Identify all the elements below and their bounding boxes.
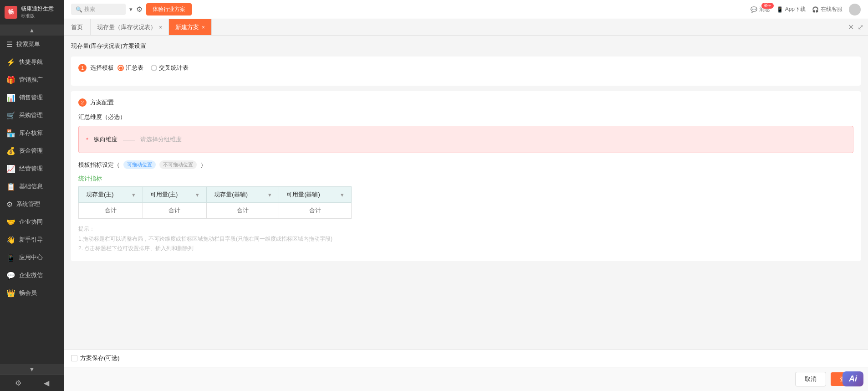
tips-title: 提示： bbox=[78, 224, 853, 234]
message-icon: 💬 bbox=[751, 6, 757, 13]
sidebar-item-4[interactable]: 🛒采购管理 bbox=[0, 107, 64, 124]
content-area: 现存量(库存状况表)方案设置 1 选择模板 汇总表 交叉统计表 bbox=[64, 36, 868, 349]
step2-title: 方案配置 bbox=[90, 98, 114, 107]
sidebar-icon-5: 🏪 bbox=[6, 129, 15, 138]
save-checkbox-box[interactable] bbox=[71, 355, 77, 361]
sidebar-item-11[interactable]: 👋新手引导 bbox=[0, 231, 64, 249]
sidebar-item-5[interactable]: 🏪库存核算 bbox=[0, 124, 64, 142]
search-text: 搜索 bbox=[84, 5, 95, 13]
tabs-bar: 首页 现存量（库存状况表） × 新建方案 × ✕ ⤢ bbox=[64, 19, 868, 36]
app-icon: 📱 bbox=[776, 6, 783, 13]
online-service-button[interactable]: 🎧 在线客服 bbox=[812, 5, 842, 13]
sidebar-icon-7: 📈 bbox=[6, 165, 15, 173]
sidebar-icon-11: 👋 bbox=[6, 236, 15, 244]
col-dropdown-1[interactable]: ▾ bbox=[196, 191, 199, 198]
sidebar-item-6[interactable]: 💰资金管理 bbox=[0, 142, 64, 160]
tab-close-window-icon[interactable]: ✕ bbox=[848, 23, 854, 31]
step2-section: 2 方案配置 汇总维度（必选） * 纵向维度 —— 请选择分组维度 模板指标设定… bbox=[71, 91, 861, 261]
sidebar-label-6: 资金管理 bbox=[19, 147, 43, 155]
tab-new-plan[interactable]: 新建方案 × bbox=[169, 19, 212, 35]
indicator-settings: 模板指标设定（ 可拖动位置 不可拖动位置 ） bbox=[78, 160, 853, 169]
sidebar-label-7: 经营管理 bbox=[19, 165, 43, 173]
step1-header: 1 选择模板 汇总表 交叉统计表 bbox=[78, 64, 853, 72]
radio-summary-label: 汇总表 bbox=[126, 64, 143, 72]
radio-cross-table[interactable]: 交叉统计表 bbox=[151, 64, 189, 72]
sidebar: 畅 畅康通好生意 标准版 ▲ ☰搜索菜单⚡快捷导航🎁营销推广📊销售管理🛒采购管理… bbox=[0, 0, 64, 391]
tab-home[interactable]: 首页 bbox=[64, 19, 91, 35]
save-plan-label: 方案保存(可选) bbox=[80, 354, 120, 362]
stats-col-header-3[interactable]: 可用量(基辅)▾ bbox=[279, 187, 352, 203]
sidebar-icon-9: ⚙ bbox=[6, 200, 13, 209]
radio-summary-table[interactable]: 汇总表 bbox=[117, 64, 143, 72]
search-icon: 🔍 bbox=[76, 6, 82, 13]
topbar: 🔍 搜索 ▾ ⚙ 体验行业方案 💬 消息 99+ 📱 App下载 🎧 在线客服 bbox=[64, 0, 868, 19]
step1-title: 选择模板 bbox=[90, 64, 114, 72]
config-section: 汇总维度（必选） * 纵向维度 —— 请选择分组维度 模板指标设定（ 可拖动位置… bbox=[78, 113, 853, 254]
col-dropdown-0[interactable]: ▾ bbox=[132, 191, 135, 198]
sidebar-item-0[interactable]: ☰搜索菜单 bbox=[0, 36, 64, 53]
sidebar-item-10[interactable]: 🤝企业协同 bbox=[0, 213, 64, 231]
settings-footer-icon[interactable]: ⚙ bbox=[15, 379, 21, 387]
tab-inventory-status[interactable]: 现存量（库存状况表） × bbox=[91, 19, 169, 35]
tabs-actions: ✕ ⤢ bbox=[848, 23, 868, 31]
sidebar-item-13[interactable]: 💬企业微信 bbox=[0, 267, 64, 284]
dimension-row[interactable]: * 纵向维度 —— 请选择分组维度 bbox=[78, 126, 853, 153]
stats-col-cell-2: 合计 bbox=[207, 203, 279, 219]
stats-col-header-1[interactable]: 可用量(主)▾ bbox=[143, 187, 207, 203]
sidebar-item-12[interactable]: 📱应用中心 bbox=[0, 249, 64, 267]
sidebar-icon-12: 📱 bbox=[6, 253, 15, 262]
sidebar-scroll-down[interactable]: ▼ bbox=[0, 364, 64, 375]
step1-badge: 1 bbox=[78, 64, 87, 72]
sidebar-footer: ⚙ ◀ bbox=[0, 375, 64, 391]
sidebar-label-14: 畅会员 bbox=[19, 289, 37, 297]
stats-section: 统计指标 现存量(主)▾可用量(主)▾现存量(基辅)▾可用量(基辅)▾ 合计合计… bbox=[78, 175, 853, 219]
industry-plan-button[interactable]: 体验行业方案 bbox=[146, 3, 192, 15]
dim-dash: —— bbox=[123, 136, 135, 143]
save-plan-checkbox[interactable]: 方案保存(可选) bbox=[71, 354, 120, 362]
search-bar[interactable]: 🔍 搜索 bbox=[71, 4, 126, 15]
sidebar-item-8[interactable]: 📋基础信息 bbox=[0, 178, 64, 196]
messages-button[interactable]: 💬 消息 99+ bbox=[751, 5, 770, 13]
sidebar-scroll-up[interactable]: ▲ bbox=[0, 25, 64, 36]
app-edition: 标准版 bbox=[21, 13, 54, 19]
audio-footer-icon[interactable]: ◀ bbox=[44, 379, 49, 387]
sidebar-label-12: 应用中心 bbox=[19, 253, 43, 262]
sidebar-icon-6: 💰 bbox=[6, 147, 15, 155]
stats-col-header-2[interactable]: 现存量(基辅)▾ bbox=[207, 187, 279, 203]
page-title: 现存量(库存状况表)方案设置 bbox=[71, 42, 861, 50]
radio-dot-summary bbox=[117, 65, 124, 71]
step1-section: 1 选择模板 汇总表 交叉统计表 bbox=[71, 57, 861, 86]
user-avatar[interactable] bbox=[849, 4, 861, 15]
tab-expand-icon[interactable]: ⤢ bbox=[858, 23, 863, 31]
sidebar-item-9[interactable]: ⚙系统管理 bbox=[0, 196, 64, 213]
stats-col-header-0[interactable]: 现存量(主)▾ bbox=[79, 187, 143, 203]
logo-text-area: 畅康通好生意 标准版 bbox=[21, 5, 54, 19]
topbar-gear-icon[interactable]: ⚙ bbox=[136, 5, 143, 14]
ai-badge[interactable]: Ai bbox=[842, 371, 863, 386]
col-label-1: 可用量(主) bbox=[150, 190, 178, 199]
summary-dimension-label: 汇总维度（必选） bbox=[78, 113, 853, 121]
sidebar-icon-4: 🛒 bbox=[6, 111, 15, 120]
col-dropdown-3[interactable]: ▾ bbox=[341, 191, 344, 198]
sidebar-item-14[interactable]: 👑畅会员 bbox=[0, 284, 64, 302]
stats-label: 统计指标 bbox=[78, 175, 853, 183]
footer-buttons: 取消 查询 bbox=[64, 367, 868, 391]
sidebar-label-11: 新手引导 bbox=[19, 236, 43, 244]
stats-col-cell-1: 合计 bbox=[143, 203, 207, 219]
tab-new-plan-close[interactable]: × bbox=[202, 24, 205, 31]
messages-badge: 99+ bbox=[761, 3, 774, 9]
col-dropdown-2[interactable]: ▾ bbox=[268, 191, 271, 198]
vertical-dim-label: 纵向维度 bbox=[94, 135, 117, 144]
sidebar-item-1[interactable]: ⚡快捷导航 bbox=[0, 53, 64, 71]
sidebar-icon-0: ☰ bbox=[6, 40, 13, 49]
topbar-dropdown[interactable]: ▾ bbox=[129, 6, 133, 13]
step2-badge: 2 bbox=[78, 98, 87, 107]
sidebar-icon-10: 🤝 bbox=[6, 218, 15, 226]
cancel-button[interactable]: 取消 bbox=[795, 372, 826, 386]
sidebar-item-2[interactable]: 🎁营销推广 bbox=[0, 71, 64, 89]
sidebar-item-7[interactable]: 📈经营管理 bbox=[0, 160, 64, 178]
tab-inventory-close[interactable]: × bbox=[159, 24, 162, 31]
app-download-button[interactable]: 📱 App下载 bbox=[776, 5, 806, 13]
sidebar-item-3[interactable]: 📊销售管理 bbox=[0, 89, 64, 107]
sidebar-label-2: 营销推广 bbox=[19, 76, 43, 84]
